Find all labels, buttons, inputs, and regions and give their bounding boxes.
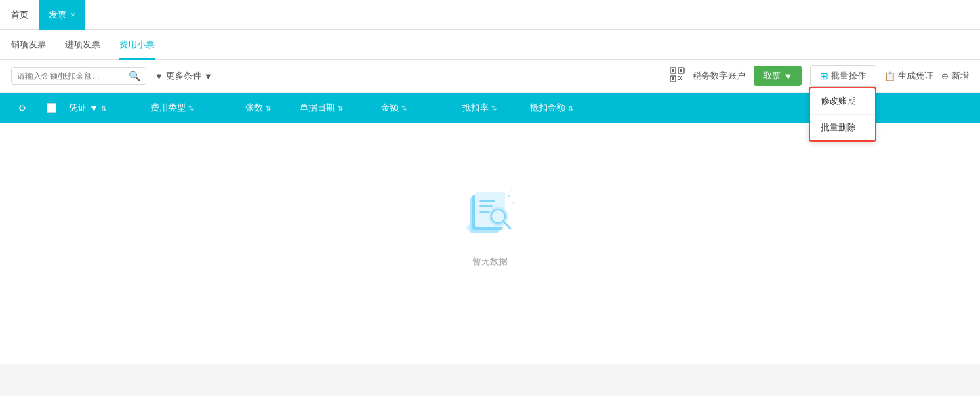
voucher-icon: 📋	[884, 71, 895, 81]
th-date: 单据日期 ⇅	[294, 102, 375, 114]
search-icon: 🔍	[129, 71, 140, 81]
svg-rect-8	[678, 79, 680, 80]
new-button[interactable]: ⊕ 新增	[941, 70, 969, 82]
th-expense-type-label: 费用类型	[150, 102, 186, 114]
search-input[interactable]	[17, 71, 125, 81]
svg-point-21	[508, 195, 510, 197]
th-voucher-filter-icon[interactable]: ▼	[89, 103, 98, 113]
th-checkbox	[39, 103, 64, 113]
batch-label: 批量操作	[831, 70, 866, 82]
empty-text: 暂无数据	[472, 256, 508, 268]
qupi-button[interactable]: 取票 ▼	[754, 66, 802, 86]
th-amount: 金额 ⇅	[375, 102, 457, 114]
th-count: 张数 ⇅	[240, 102, 294, 114]
generate-voucher-button[interactable]: 📋 生成凭证	[884, 70, 933, 82]
svg-rect-17	[479, 211, 490, 213]
svg-rect-1	[672, 69, 674, 72]
th-voucher-label: 凭证	[69, 102, 87, 114]
th-tax-rate-sort-icon[interactable]: ⇅	[491, 104, 497, 112]
batch-wrapper: ⊞ 批量操作 修改账期 批量删除	[810, 65, 876, 87]
qupi-chevron-icon: ▼	[783, 71, 792, 81]
invoice-tab-label: 发票	[49, 9, 66, 21]
svg-rect-7	[681, 76, 682, 77]
modify-period-item[interactable]: 修改账期	[810, 88, 875, 114]
th-tax-rate-label: 抵扣率	[462, 102, 489, 114]
qr-code-button[interactable]	[670, 67, 685, 85]
th-expense-type-sort-icon[interactable]: ⇅	[188, 104, 194, 112]
svg-rect-9	[681, 79, 682, 80]
filter-icon: ▼	[155, 71, 163, 81]
svg-rect-5	[672, 77, 674, 80]
filter-button[interactable]: ▼ 更多条件 ▼	[155, 70, 213, 82]
filter-label: 更多条件	[166, 70, 201, 82]
th-gear: ⚙	[5, 103, 39, 113]
tab-close-button[interactable]: ×	[70, 10, 75, 20]
batch-operation-button[interactable]: ⊞ 批量操作	[810, 65, 876, 87]
th-date-label: 单据日期	[300, 102, 335, 114]
home-link[interactable]: 首页	[0, 9, 39, 21]
sub-nav-item-purchase[interactable]: 进项发票	[65, 30, 100, 60]
toolbar-right: 税务数字账户 取票 ▼ ⊞ 批量操作 修改账期 批量删除 📋 生成凭证 ⊕ 新增	[670, 65, 969, 87]
filter-chevron-icon: ▼	[204, 71, 213, 81]
sub-nav: 销项发票 进项发票 费用小票	[0, 30, 980, 60]
new-label: 新增	[952, 70, 969, 82]
sub-nav-item-sales[interactable]: 销项发票	[11, 30, 46, 60]
gear-icon[interactable]: ⚙	[18, 103, 26, 113]
th-deduct-amount-sort-icon[interactable]: ⇅	[568, 104, 573, 112]
batch-dropdown-menu: 修改账期 批量删除	[809, 87, 876, 142]
th-count-sort-icon[interactable]: ⇅	[266, 104, 271, 112]
qupi-label: 取票	[763, 70, 781, 82]
svg-line-20	[505, 223, 510, 229]
svg-point-22	[513, 202, 515, 204]
sub-nav-item-expense[interactable]: 费用小票	[119, 30, 155, 60]
svg-rect-6	[678, 76, 680, 77]
empty-illustration	[456, 177, 524, 245]
svg-rect-16	[479, 205, 493, 207]
select-all-checkbox[interactable]	[47, 103, 56, 113]
toolbar: 🔍 ▼ 更多条件 ▼ 税务数字账户 取票 ▼	[0, 60, 980, 93]
top-nav: 首页 发票 ×	[0, 0, 980, 30]
invoice-tab[interactable]: 发票 ×	[39, 0, 85, 30]
th-voucher: 凭证 ▼ ⇅	[64, 102, 145, 114]
new-icon: ⊕	[941, 71, 949, 81]
th-amount-label: 金额	[381, 102, 399, 114]
svg-point-19	[491, 210, 505, 223]
th-tax-rate: 抵扣率 ⇅	[457, 102, 525, 114]
th-voucher-sort-icon[interactable]: ⇅	[101, 104, 106, 112]
th-expense-type: 费用类型 ⇅	[145, 102, 240, 114]
empty-state: 暂无数据	[0, 123, 980, 322]
svg-rect-15	[479, 200, 495, 202]
svg-rect-3	[680, 69, 682, 72]
th-amount-sort-icon[interactable]: ⇅	[401, 104, 407, 112]
th-deduct-amount-label: 抵扣金额	[530, 102, 565, 114]
search-box[interactable]: 🔍	[11, 67, 146, 85]
svg-point-23	[511, 190, 512, 191]
batch-delete-item[interactable]: 批量删除	[810, 114, 875, 140]
tax-account-button[interactable]: 税务数字账户	[693, 70, 746, 82]
batch-icon: ⊞	[820, 71, 828, 81]
th-date-sort-icon[interactable]: ⇅	[338, 104, 343, 112]
voucher-label: 生成凭证	[898, 70, 933, 82]
th-count-label: 张数	[245, 102, 263, 114]
th-deduct-amount: 抵扣金额 ⇅	[525, 102, 975, 114]
svg-rect-10	[680, 77, 681, 79]
